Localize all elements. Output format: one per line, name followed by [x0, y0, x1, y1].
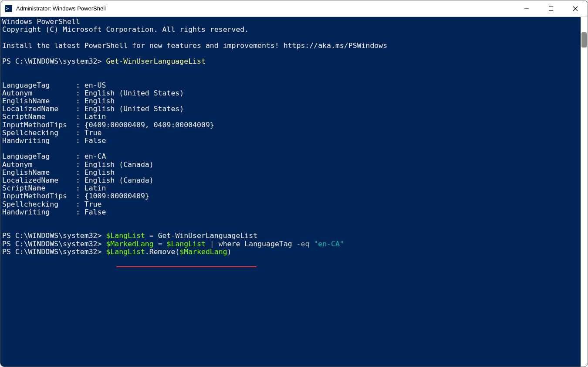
param-b: -eq: [292, 240, 314, 248]
prompt-3: PS C:\WINDOWS\system32>: [2, 240, 101, 248]
lang2-hand: Handwriting : False: [2, 208, 106, 216]
lang2-script: ScriptName : Latin: [2, 184, 106, 192]
method-c: .Remove(: [145, 248, 179, 256]
prop-b: LanguageTag: [244, 240, 292, 248]
command-1: Get-WinUserLanguageList: [106, 57, 205, 65]
var-langlist-b: $LangList: [167, 240, 206, 248]
prompt-1: PS C:\WINDOWS\system32>: [2, 57, 101, 65]
lang1-hand: Handwriting : False: [2, 136, 106, 145]
var-langlist-a: $LangList: [106, 231, 145, 240]
maximize-button[interactable]: [539, 0, 563, 17]
eq-b: =: [154, 240, 167, 248]
lang1-script: ScriptName : Latin: [2, 112, 106, 121]
close-icon: [573, 6, 578, 11]
close-button[interactable]: [563, 0, 588, 17]
maximize-icon: [548, 6, 554, 11]
prompt-2: PS C:\WINDOWS\system32>: [2, 231, 101, 240]
header-line1: Windows PowerShell: [2, 17, 80, 26]
console-area: Windows PowerShell Copyright (C) Microso…: [0, 17, 588, 367]
minimize-icon: [524, 6, 529, 11]
scrollbar-track[interactable]: [581, 17, 588, 367]
lang1-localized: LocalizedName : English (United States): [2, 105, 184, 113]
str-b: "en-CA": [314, 240, 344, 248]
lang1-input: InputMethodTips : {0409:00000409, 0409:0…: [2, 121, 214, 129]
lang1-english: EnglishName : English: [2, 97, 115, 105]
rest-a: Get-WinUserLanguageList: [158, 231, 257, 240]
lang2-autonym: Autonym : English (Canada): [2, 160, 154, 169]
lang1-tag: LanguageTag : en-US: [2, 81, 106, 89]
powershell-icon: >_: [5, 5, 13, 13]
var-marked-b: $MarkedLang: [106, 240, 153, 248]
pipe-b: |: [206, 240, 219, 248]
where-b: where: [219, 240, 240, 248]
powershell-icon-glyph: >_: [6, 6, 11, 11]
lang2-input: InputMethodTips : {1009:00000409}: [2, 192, 149, 200]
var-marked-c: $MarkedLang: [179, 248, 227, 256]
lang2-spell: Spellchecking : True: [2, 200, 101, 208]
annotation-underline: [116, 266, 257, 267]
var-langlist-c: $LangList: [106, 248, 145, 256]
window-title: Administrator: Windows PowerShell: [16, 5, 514, 12]
titlebar[interactable]: >_ Administrator: Windows PowerShell: [0, 0, 588, 17]
lang2-tag: LanguageTag : en-CA: [2, 152, 106, 160]
svg-rect-1: [549, 7, 553, 10]
console-output[interactable]: Windows PowerShell Copyright (C) Microso…: [0, 17, 581, 367]
minimize-button[interactable]: [514, 0, 539, 17]
lang1-autonym: Autonym : English (United States): [2, 89, 184, 97]
eq-a: =: [145, 231, 158, 240]
lang1-spell: Spellchecking : True: [2, 129, 101, 137]
close-c: ): [227, 248, 232, 256]
scrollbar-thumb[interactable]: [581, 32, 587, 48]
powershell-window: >_ Administrator: Windows PowerShell Win…: [0, 0, 588, 367]
lang2-localized: LocalizedName : English (Canada): [2, 176, 154, 184]
window-controls: [514, 0, 588, 17]
prompt-4: PS C:\WINDOWS\system32>: [2, 248, 101, 256]
lang2-english: EnglishName : English: [2, 168, 115, 177]
header-install: Install the latest PowerShell for new fe…: [2, 41, 387, 50]
header-line2: Copyright (C) Microsoft Corporation. All…: [2, 25, 249, 34]
sp-b: [240, 240, 244, 248]
